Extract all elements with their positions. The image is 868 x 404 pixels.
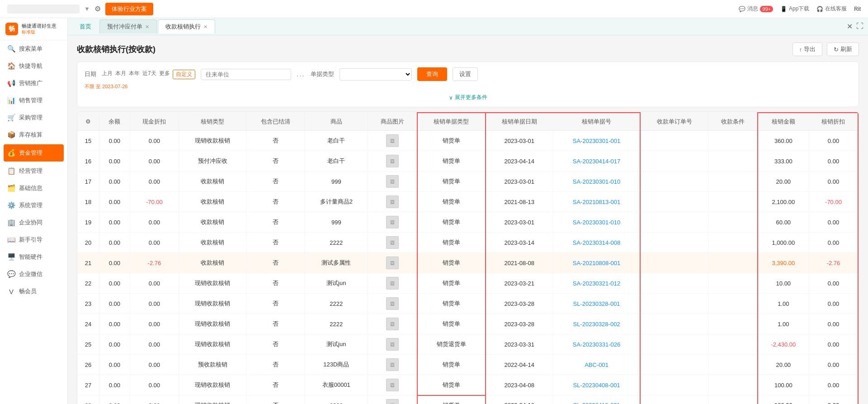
tab-bar-actions: ✕ ⛶ [847, 22, 863, 31]
tab-close-all-icon[interactable]: ✕ [847, 22, 853, 31]
search-box[interactable]: ​ [7, 5, 80, 14]
row-verify-type: 现销收款核销 [179, 294, 246, 314]
row-receipt-condition [708, 253, 758, 273]
row-goods-img: 🖼 [368, 151, 417, 171]
row-goods-img: 🖼 [368, 273, 417, 294]
row-goods: 123D商品 [305, 355, 368, 375]
date-custom[interactable]: 自定义 [173, 70, 195, 79]
sidebar-label-hardware: 智能硬件 [19, 253, 42, 261]
sidebar-item-enterprise[interactable]: 🏢 企业协同 [0, 214, 67, 231]
sidebar-item-sales[interactable]: 📊 销售管理 [0, 92, 67, 109]
tab-prepay[interactable]: 预付冲应付单 ✕ [99, 19, 157, 33]
row-bill-type: 销货单 [417, 212, 486, 233]
row-bill-no: SL-20230408-001 [553, 375, 640, 395]
row-bill-type: 销货单 [417, 171, 486, 192]
sidebar-item-wechat[interactable]: 💬 企业微信 [0, 266, 67, 283]
row-goods-img: 🖼 [368, 314, 417, 334]
system-icon: ⚙️ [7, 201, 15, 209]
table-row: 21 0.00 -2.76 收款核销 否 测试多属性 🖼 销货单 2021-08… [77, 253, 858, 273]
home-icon: 🏠 [7, 62, 15, 70]
sidebar-item-finance[interactable]: 💰 资金管理 [4, 144, 64, 162]
sidebar-item-purchase[interactable]: 🛒 采购管理 [0, 109, 67, 126]
row-bill-date: 2023-04-14 [486, 151, 553, 171]
date-range-display: 不限 至 2023-07-26 [85, 83, 851, 90]
row-no: 24 [77, 314, 99, 334]
tab-expand-icon[interactable]: ⛶ [856, 22, 863, 31]
sidebar-item-marketing[interactable]: 📢 营销推广 [0, 75, 67, 92]
settings-icon[interactable]: ⚙ [94, 5, 101, 13]
sidebar-item-search[interactable]: 🔍 搜索菜单 [0, 40, 67, 57]
date-last-month[interactable]: 上月 [102, 70, 113, 79]
row-bill-date: 2023-03-14 [486, 233, 553, 253]
tab-receipt[interactable]: 收款核销执行 ✕ [158, 19, 215, 33]
industry-solution-button[interactable]: 体验行业方案 [105, 3, 153, 15]
date-this-year[interactable]: 本年 [129, 70, 140, 79]
row-verify-discount: 0.00 [809, 314, 859, 334]
logo-title: 畅捷通谱好生意 [22, 23, 57, 29]
table-scroll[interactable]: ⚙ 余额 现金折扣 核销类型 包含已结清 商品 商品图片 核销单据类型 核销单据… [77, 112, 859, 404]
row-goods-img: 🖼 [368, 171, 417, 192]
row-verify-amount: 60.00 [758, 212, 809, 233]
username[interactable]: Rit [854, 6, 861, 12]
online-service[interactable]: 🎧 在线客服 [816, 5, 847, 13]
row-included-settled: 否 [246, 375, 305, 395]
col-bill-no: 核销单据号 [553, 113, 640, 131]
logo-icon: 畅 [5, 23, 18, 35]
setting-button[interactable]: 设置 [453, 67, 478, 81]
row-receipt-order-no [640, 273, 708, 294]
table-row: 19 0.00 0.00 收款核销 否 999 🖼 销货单 2023-03-01… [77, 212, 858, 233]
row-cash-discount: 0.00 [130, 233, 179, 253]
row-verify-discount: 0.00 [809, 212, 859, 233]
col-receipt-order-no: 收款单订单号 [640, 113, 708, 131]
row-receipt-order-no [640, 355, 708, 375]
row-goods-img: 🖼 [368, 294, 417, 314]
row-verify-discount: 0.00 [809, 171, 859, 192]
tab-receipt-close[interactable]: ✕ [203, 24, 208, 30]
filter-row: 日期 上月 本月 本年 近7天 更多 自定义 ... 单据类型 [85, 67, 851, 81]
expand-more-btn[interactable]: ∨ 展开更多条件 [449, 94, 487, 101]
operations-icon: 📋 [7, 167, 15, 175]
row-bill-no: SL-20230328-002 [553, 314, 640, 334]
sidebar-item-hardware[interactable]: 🖥️ 智能硬件 [0, 248, 67, 266]
col-settings[interactable]: ⚙ [77, 113, 99, 131]
bill-type-select[interactable] [340, 68, 412, 81]
sidebar-item-base-info[interactable]: 🗂️ 基础信息 [0, 180, 67, 197]
date-more[interactable]: 更多 [159, 70, 170, 79]
row-verify-type: 现销收款核销 [179, 314, 246, 334]
partner-input[interactable] [201, 69, 291, 80]
date-this-month[interactable]: 本月 [115, 70, 126, 79]
row-included-settled: 否 [246, 355, 305, 375]
row-bill-no: SA-20230414-017 [553, 151, 640, 171]
sidebar-item-system[interactable]: ⚙️ 系统管理 [0, 197, 67, 214]
row-balance: 0.00 [99, 151, 130, 171]
row-verify-amount: 100.00 [758, 395, 809, 404]
row-no: 16 [77, 151, 99, 171]
date-7days[interactable]: 近7天 [142, 70, 156, 79]
sidebar-item-inventory[interactable]: 📦 库存核算 [0, 126, 67, 143]
tab-prepay-close[interactable]: ✕ [145, 24, 149, 30]
dropdown-icon[interactable]: ▼ [84, 5, 90, 12]
row-verify-type: 现销收款核销 [179, 375, 246, 395]
export-button[interactable]: ↑ 导出 [793, 43, 823, 56]
row-receipt-condition [708, 212, 758, 233]
row-goods: 衣服00001 [305, 375, 368, 395]
row-verify-type: 现销收款核销 [179, 273, 246, 294]
row-verify-discount: 0.00 [809, 151, 859, 171]
query-button[interactable]: 查询 [417, 67, 447, 81]
sidebar-item-member[interactable]: V 畅会员 [0, 283, 67, 300]
message-item[interactable]: 💬 消息 99+ [739, 5, 773, 13]
hardware-icon: 🖥️ [7, 253, 15, 261]
app-download[interactable]: 📱 App下载 [780, 5, 809, 13]
col-verify-discount: 核销折扣 [809, 113, 859, 131]
tab-home-label: 首页 [80, 23, 91, 31]
refresh-button[interactable]: ↻ 刷新 [827, 43, 859, 56]
sidebar-item-guide[interactable]: 📖 新手引导 [0, 231, 67, 248]
tab-home[interactable]: 首页 [72, 20, 99, 33]
row-receipt-order-no [640, 212, 708, 233]
sidebar-item-operations[interactable]: 📋 经营管理 [0, 162, 67, 180]
export-icon: ↑ [799, 46, 802, 53]
sidebar-item-quick-nav[interactable]: 🏠 快捷导航 [0, 57, 67, 75]
row-balance: 0.00 [99, 375, 130, 395]
row-bill-no: SL-20230328-001 [553, 294, 640, 314]
row-verify-type: 收款核销 [179, 171, 246, 192]
